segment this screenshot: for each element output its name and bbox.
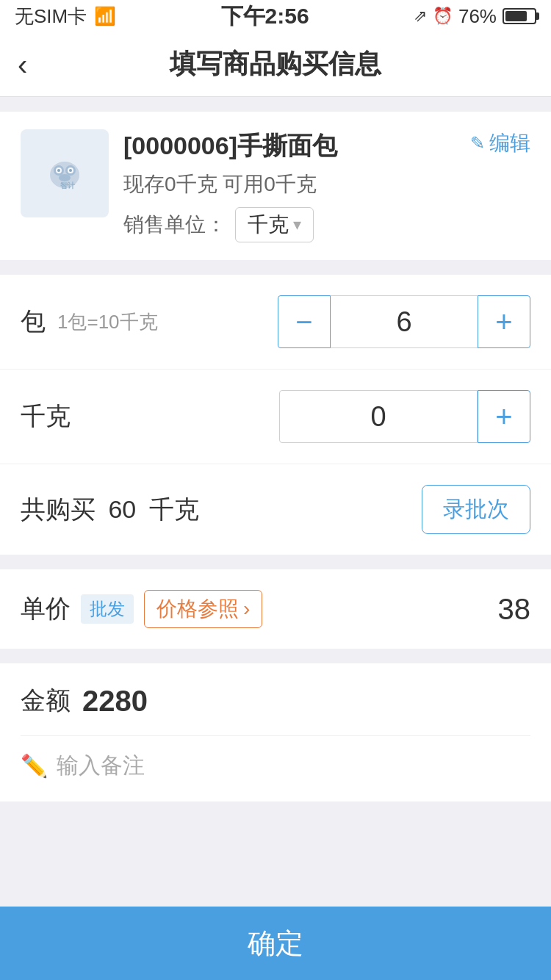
total-label: 共购买	[21, 495, 96, 523]
page-title: 填写商品购买信息	[170, 46, 381, 82]
quantity-section: 包 1包=10千克 − + 千克 +	[0, 275, 551, 464]
total-row: 共购买 60 千克 录批次	[0, 464, 551, 555]
unit-value: 千克	[248, 211, 289, 239]
product-name: [0000006]手撕面包	[123, 129, 530, 163]
back-button[interactable]: ‹	[18, 50, 27, 79]
edit-icon: ✎	[470, 133, 485, 154]
increase-kg-button[interactable]: +	[478, 390, 530, 443]
amount-section: 金额 2280 ✏️ 输入备注	[0, 663, 551, 801]
quantity-row-2: 千克 +	[0, 370, 551, 464]
quantity-controls-2: +	[279, 390, 530, 443]
amount-row: 金额 2280	[21, 684, 530, 718]
kg-quantity-input[interactable]	[279, 390, 478, 443]
status-time: 下午2:56	[221, 1, 309, 32]
quantity-label-1: 包 1包=10千克	[21, 305, 278, 339]
price-row: 单价 批发 价格参照 › 38	[21, 590, 530, 628]
price-tag: 批发	[81, 594, 134, 624]
price-section: 单价 批发 价格参照 › 38	[0, 569, 551, 649]
alarm-icon: ⏰	[433, 7, 453, 26]
status-left: 无SIM卡 📶	[15, 4, 116, 29]
svg-text:智计: 智计	[60, 181, 76, 190]
product-stock: 现存0千克 可用0千克	[123, 170, 530, 198]
quantity-hint: 1包=10千克	[57, 309, 158, 335]
pencil-icon: ✏️	[21, 753, 48, 779]
bao-quantity-input[interactable]	[331, 295, 478, 348]
price-ref-button[interactable]: 价格参照 ›	[144, 590, 262, 628]
battery-percent: 76%	[458, 5, 497, 28]
price-ref-arrow: ›	[243, 597, 250, 621]
wifi-icon: 📶	[94, 6, 116, 26]
total-unit: 千克	[149, 495, 199, 523]
battery-icon	[503, 8, 536, 24]
location-icon: ⇗	[414, 7, 427, 26]
status-bar: 无SIM卡 📶 下午2:56 ⇗ ⏰ 76%	[0, 0, 551, 32]
confirm-button[interactable]: 确定	[0, 907, 551, 980]
amount-value: 2280	[82, 685, 148, 718]
status-right: ⇗ ⏰ 76%	[414, 5, 536, 28]
quantity-row-1: 包 1包=10千克 − +	[0, 275, 551, 370]
product-card: 智计 [0000006]手撕面包 现存0千克 可用0千克 销售单位： 千克 ▾ …	[0, 112, 551, 260]
dropdown-icon: ▾	[293, 215, 301, 234]
total-text: 共购买 60 千克	[21, 493, 199, 527]
total-amount: 60	[108, 495, 136, 523]
kg-label: 千克	[21, 400, 71, 433]
product-unit-row: 销售单位： 千克 ▾	[123, 207, 530, 242]
price-left: 单价 批发 价格参照 ›	[21, 590, 262, 628]
svg-point-7	[59, 174, 71, 181]
increase-bao-button[interactable]: +	[478, 295, 530, 348]
nav-bar: ‹ 填写商品购买信息	[0, 32, 551, 97]
amount-label: 金额	[21, 684, 71, 718]
price-label: 单价	[21, 592, 71, 626]
price-value: 38	[498, 593, 531, 626]
quantity-controls-1: − +	[278, 295, 530, 348]
remark-placeholder: 输入备注	[57, 751, 145, 781]
edit-label: 编辑	[489, 129, 530, 157]
batch-button[interactable]: 录批次	[422, 485, 530, 534]
unit-select[interactable]: 千克 ▾	[235, 207, 314, 242]
svg-point-5	[57, 169, 60, 172]
product-info: [0000006]手撕面包 现存0千克 可用0千克 销售单位： 千克 ▾	[123, 129, 530, 242]
quantity-label-2: 千克	[21, 400, 279, 433]
product-image: 智计	[21, 129, 109, 217]
decrease-bao-button[interactable]: −	[278, 295, 331, 348]
price-ref-label: 价格参照	[156, 595, 239, 623]
svg-point-6	[69, 169, 72, 172]
bao-label: 包	[21, 305, 46, 339]
edit-button[interactable]: ✎ 编辑	[470, 129, 530, 157]
carrier-text: 无SIM卡	[15, 4, 87, 29]
remark-row[interactable]: ✏️ 输入备注	[21, 735, 530, 801]
unit-label: 销售单位：	[123, 211, 226, 239]
